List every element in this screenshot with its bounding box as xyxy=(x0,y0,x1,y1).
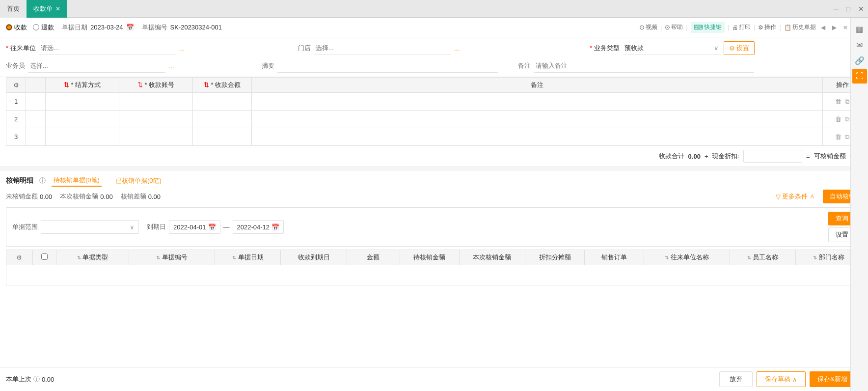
pending-tab-link[interactable]: 待核销单据(0笔) xyxy=(52,175,102,187)
verification-section: 核销明细 ⓘ 待核销单据(0笔) 已核销单据(0笔) 未核销金额 0.00 本次… xyxy=(0,171,868,287)
row3-amount[interactable] xyxy=(193,128,252,146)
col-settle-header: ⇅ * 结算方式 xyxy=(46,78,119,93)
history-btn[interactable]: 📋 历史单据 xyxy=(784,23,816,31)
row3-copy-icon[interactable]: ⧉ xyxy=(845,133,849,140)
summary-input[interactable] xyxy=(277,59,498,73)
window-maximize-btn[interactable]: □ xyxy=(842,5,854,13)
row2-settle[interactable] xyxy=(46,111,119,128)
sidebar-table-icon[interactable]: ▦ xyxy=(852,22,867,36)
shortcut-icon: ⌨ xyxy=(694,24,703,31)
calendar-icon[interactable]: 📅 xyxy=(126,24,134,31)
row1-copy-icon[interactable]: ⧉ xyxy=(845,98,849,105)
abandon-btn[interactable]: 放弃 xyxy=(719,371,753,387)
col-settings-header[interactable]: ⚙ xyxy=(6,78,26,93)
due-date-from[interactable]: 2022-04-01 📅 xyxy=(169,220,220,234)
verification-table: ⚙ ⇅ 单据类型 ⇅ 单据编号 ⇅ 单据日期 收款到期日 金额 待核销金额 本次… xyxy=(6,250,862,285)
due-date-label: 到期日 xyxy=(147,223,166,231)
table-gear-icon[interactable]: ⚙ xyxy=(13,82,19,89)
tab-bar: 首页 收款单 ✕ ─ □ ✕ xyxy=(0,0,868,18)
dropdown-arrow-icon: ∨ xyxy=(714,44,719,52)
store-input[interactable] xyxy=(314,41,451,55)
sidebar-expand-icon[interactable]: ⛶ xyxy=(852,69,867,84)
view-list-btn[interactable]: ≡ xyxy=(841,23,849,32)
remark-label: 备注 xyxy=(518,61,531,70)
staff-input[interactable] xyxy=(28,59,165,73)
window-minimize-btn[interactable]: ─ xyxy=(830,5,842,13)
select-all-checkbox[interactable] xyxy=(41,253,48,260)
summary-row: 收款合计 0.00 + 现金折扣: = 可核销金额 0.00 xyxy=(0,146,868,167)
counterpart-more-btn[interactable]: ... xyxy=(179,44,185,52)
staff-more-btn[interactable]: ... xyxy=(168,62,174,70)
row2-account[interactable] xyxy=(119,111,193,128)
settings-btn[interactable]: ⚙ 设置 xyxy=(724,41,755,55)
done-tab-link[interactable]: 已核销单据(0笔) xyxy=(113,175,163,186)
bottom-table-wrap: ⚙ ⇅ 单据类型 ⇅ 单据编号 ⇅ 单据日期 收款到期日 金额 待核销金额 本次… xyxy=(6,250,862,285)
row1-amount[interactable] xyxy=(193,93,252,111)
sidebar-link-icon[interactable]: 🔗 xyxy=(852,53,867,68)
row3-remark[interactable] xyxy=(252,128,823,146)
verification-info-icon[interactable]: ⓘ xyxy=(39,176,46,185)
row2-delete-icon[interactable]: 🗑 xyxy=(835,115,841,123)
history-icon: 📋 xyxy=(784,24,791,31)
range-select[interactable]: ∨ xyxy=(41,220,139,234)
entries-table: ⚙ ⇅ * 结算方式 ⇅ * 收款账号 ⇅ * 收款金额 备注 操作 xyxy=(6,77,862,146)
window-close-btn[interactable]: ✕ xyxy=(854,5,868,13)
shortcut-btn[interactable]: ⌨ 快捷键 xyxy=(691,22,725,33)
vcol-duedate-header: 收款到期日 xyxy=(281,250,347,265)
vtable-gear-icon[interactable]: ⚙ xyxy=(16,254,22,261)
vcol-staff-header: ⇅ 员工名称 xyxy=(730,250,795,265)
total-label: 收款合计 xyxy=(659,152,684,161)
footer: 本单上次 ⓘ 0.00 放弃 保存草稿 ∧ 保存&新增 ∧ xyxy=(0,367,868,391)
vcol-check-header[interactable] xyxy=(32,250,56,265)
row1-account[interactable] xyxy=(119,93,193,111)
vcol-number-header: ⇅ 单据编号 xyxy=(129,250,215,265)
business-type-select[interactable]: 预收款 ∨ xyxy=(623,41,721,55)
save-draft-btn[interactable]: 保存草稿 ∧ xyxy=(757,371,806,387)
help-btn[interactable]: ⊙ 帮助 xyxy=(665,23,683,31)
sidebar-mail-icon[interactable]: ✉ xyxy=(852,37,867,52)
row2-remark[interactable] xyxy=(252,111,823,128)
row1-num2 xyxy=(26,93,46,111)
row2-num: 2 xyxy=(6,111,26,128)
data-table-wrap: ⚙ ⇅ * 结算方式 ⇅ * 收款账号 ⇅ * 收款金额 备注 操作 xyxy=(0,77,868,146)
print-btn[interactable]: 🖨 打印 xyxy=(732,23,751,31)
calendar-to-icon: 📅 xyxy=(271,223,279,231)
vcol-sales-header: 销售订单 xyxy=(585,250,644,265)
row3-delete-icon[interactable]: 🗑 xyxy=(835,133,841,140)
nav-prev-btn[interactable]: ◀ xyxy=(819,23,827,32)
tab-home[interactable]: 首页 xyxy=(0,0,27,18)
vcol-pending-header: 待核销金额 xyxy=(400,250,459,265)
row3-account[interactable] xyxy=(119,128,193,146)
vcol-discount-header: 折扣分摊额 xyxy=(525,250,585,265)
video-btn[interactable]: ⊙ 视频 xyxy=(639,23,657,31)
tab-receipt[interactable]: 收款单 ✕ xyxy=(27,0,67,18)
due-date-to[interactable]: 2022-04-12 📅 xyxy=(233,220,284,234)
calendar-from-icon: 📅 xyxy=(208,223,216,231)
vcol-type-header: ⇅ 单据类型 xyxy=(56,250,129,265)
counterpart-input[interactable] xyxy=(39,41,176,55)
filter-row: 单据范围 ∨ 到期日 2022-04-01 📅 — 2022-04-12 📅 xyxy=(6,207,862,247)
footer-info-icon[interactable]: ⓘ xyxy=(33,375,40,384)
tab-close-icon[interactable]: ✕ xyxy=(55,5,60,12)
nav-next-btn[interactable]: ▶ xyxy=(830,23,839,32)
row2-copy-icon[interactable]: ⧉ xyxy=(845,115,849,123)
discount-input[interactable] xyxy=(743,150,802,163)
row1-settle[interactable] xyxy=(46,93,119,111)
remark-input[interactable] xyxy=(534,59,754,73)
row2-amount[interactable] xyxy=(193,111,252,128)
row1-remark[interactable] xyxy=(252,93,823,111)
operation-btn[interactable]: ⚙ 操作 xyxy=(758,23,776,31)
date-field: 单据日期 2023-03-24 📅 xyxy=(62,23,134,32)
more-conditions-btn[interactable]: ▽ 更多条件 ∧ xyxy=(776,192,815,201)
last-label: 本单上次 xyxy=(6,375,31,384)
range-field: 单据范围 ∨ xyxy=(12,220,139,234)
operation-icon: ⚙ xyxy=(758,24,763,31)
refund-radio[interactable]: 退款 xyxy=(33,23,54,32)
date-range-separator: — xyxy=(223,223,230,231)
vcol-settings-header[interactable]: ⚙ xyxy=(6,250,33,265)
row1-delete-icon[interactable]: 🗑 xyxy=(835,98,841,105)
receipt-radio[interactable]: 收款 xyxy=(6,23,27,32)
row3-settle[interactable] xyxy=(46,128,119,146)
store-more-btn[interactable]: ... xyxy=(454,44,460,52)
plus-sign: + xyxy=(705,153,708,160)
